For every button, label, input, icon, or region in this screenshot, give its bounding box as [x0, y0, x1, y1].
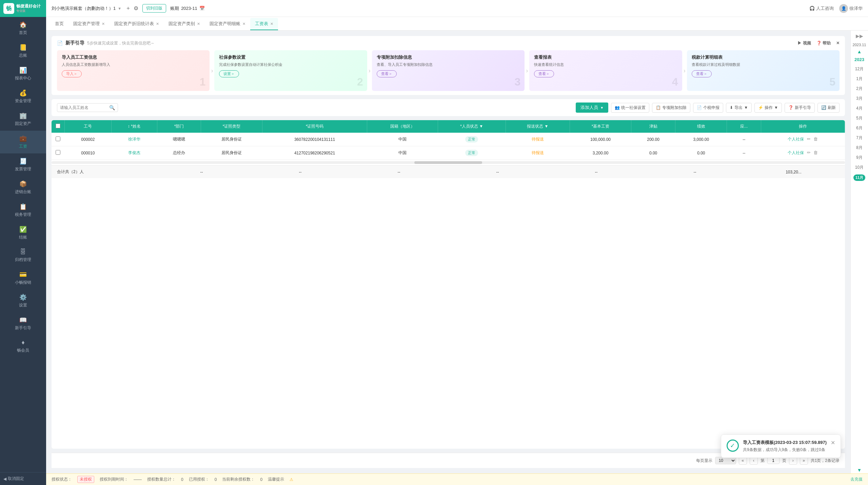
- guide-step-4: 查看报表 快速查看统计信息 查看＞ 4: [529, 50, 682, 91]
- calendar-month-7[interactable]: 7月: [851, 133, 868, 143]
- toolbar-special-deduct-button[interactable]: 📋专项附加扣除: [652, 103, 690, 113]
- tab-close-depreciation[interactable]: ✕: [156, 22, 159, 26]
- row-action-0: 个人社保 ✏ 🗑: [761, 133, 845, 146]
- user-menu[interactable]: 👤 徐泽华: [839, 4, 863, 13]
- calendar-month-8[interactable]: 8月: [851, 143, 868, 153]
- calendar-month-4[interactable]: 4月: [851, 104, 868, 113]
- table-row: 000010 李俊杰 总经办 居民身份证 412702198206290521 …: [52, 146, 845, 160]
- calendar-month-9[interactable]: 9月: [851, 153, 868, 163]
- row-select-1[interactable]: [56, 150, 60, 155]
- calendar-month-2[interactable]: 2月: [851, 84, 868, 94]
- search-wrap[interactable]: 🔍: [57, 103, 118, 112]
- row-name-link-0[interactable]: 徐泽华: [128, 137, 140, 142]
- switch-version-button[interactable]: 切到旧版: [142, 4, 166, 13]
- step-4-btn[interactable]: 查看＞: [534, 70, 554, 77]
- tab-label-depreciation: 固定资产折旧统计表: [114, 21, 154, 27]
- tab-category[interactable]: 固定资产类别✕: [164, 18, 205, 30]
- tab-home[interactable]: 首页: [50, 18, 68, 30]
- guide-close-button[interactable]: ✕: [836, 41, 840, 45]
- expense-nav-label: 小畅报销: [15, 280, 31, 285]
- sidebar-item-payroll[interactable]: 💼工资: [0, 131, 46, 153]
- period-selector[interactable]: 账期 2023-11 📅: [170, 5, 205, 12]
- tab-close-payroll[interactable]: ✕: [270, 22, 273, 26]
- row-delete-icon-1[interactable]: 🗑: [813, 150, 818, 155]
- calendar-month-0[interactable]: 12月: [851, 64, 868, 74]
- tab-close-detail[interactable]: ✕: [242, 22, 245, 26]
- horizontal-scrollbar[interactable]: [52, 161, 845, 164]
- page-size-select[interactable]: 10 20 50: [715, 457, 736, 464]
- step-5-btn[interactable]: 查看＞: [692, 70, 712, 77]
- close-nav-label: 结账: [19, 235, 27, 240]
- add-person-button[interactable]: 添加人员 ▼: [576, 102, 608, 113]
- calendar-month-1[interactable]: 1月: [851, 74, 868, 84]
- video-link[interactable]: ▶ 视频: [797, 40, 811, 46]
- row-select-0[interactable]: [56, 136, 60, 141]
- step-2-num: 2: [357, 76, 363, 88]
- calendar-month-10[interactable]: 10月: [851, 163, 868, 172]
- sidebar-item-close[interactable]: ✅结账: [0, 222, 46, 244]
- step-1-btn[interactable]: 导入＞: [62, 70, 82, 77]
- topbar: 刘小艳演示账套（勿删勿动！）1 ▼ ＋ ⚙ 切到旧版 账期 2023-11 📅 …: [46, 0, 868, 17]
- home-nav-icon: 🏠: [19, 21, 27, 29]
- calendar-month-6[interactable]: 6月: [851, 123, 868, 133]
- tab-close-category[interactable]: ✕: [197, 22, 200, 26]
- toolbar-refresh-button[interactable]: 🔄刷新: [817, 103, 840, 113]
- add-account-icon[interactable]: ＋: [125, 5, 131, 12]
- tab-depreciation[interactable]: 固定资产折旧统计表✕: [110, 18, 164, 30]
- tax-report-icon: 📄: [697, 105, 702, 110]
- sidebar-item-tax[interactable]: 📋税务管理: [0, 199, 46, 222]
- sidebar-item-settings[interactable]: ⚙️设置: [0, 290, 46, 312]
- toast-close-button[interactable]: ✕: [831, 440, 835, 446]
- sidebar-item-inventory[interactable]: 📦进销台账: [0, 176, 46, 199]
- sidebar-bottom-label: 取消固定: [8, 476, 24, 482]
- headset-icon: 🎧: [809, 6, 815, 11]
- calendar-month-5[interactable]: 5月: [851, 113, 868, 123]
- sidebar-item-guide[interactable]: 📖新手引导: [0, 312, 46, 335]
- cancel-fixed-button[interactable]: ◀ 取消固定: [0, 472, 46, 485]
- calendar-month-3[interactable]: 3月: [851, 94, 868, 104]
- service-button[interactable]: 🎧 人工咨询: [809, 5, 834, 12]
- tax-nav-icon: 📋: [19, 203, 27, 210]
- toolbar-operation-button[interactable]: ⚡操作▼: [754, 103, 782, 113]
- page-input[interactable]: [767, 457, 780, 464]
- row-social-ins-link-0[interactable]: 个人社保: [788, 137, 804, 142]
- tab-detail[interactable]: 固定资产明细账✕: [205, 18, 250, 30]
- settings-icon[interactable]: ⚙: [134, 5, 138, 12]
- row-name-0: 徐泽华: [111, 133, 157, 146]
- row-edit-icon-1[interactable]: ✏: [807, 150, 811, 155]
- calendar-month-11[interactable]: 11月: [851, 172, 868, 183]
- row-edit-icon-0[interactable]: ✏: [807, 136, 811, 142]
- row-delete-icon-0[interactable]: 🗑: [813, 136, 818, 142]
- calendar-expand-button[interactable]: ▶▶: [853, 31, 866, 41]
- calendar-up-button[interactable]: ▲: [856, 48, 863, 55]
- sidebar-item-finance[interactable]: 💰资金管理: [0, 85, 46, 108]
- help-link[interactable]: ❓ 帮助: [816, 40, 831, 46]
- tax-nav-label: 税务管理: [15, 212, 31, 218]
- sidebar-item-fixed-assets[interactable]: 🏢固定资产: [0, 108, 46, 131]
- sidebar-item-reports[interactable]: 📊报表中心: [0, 62, 46, 85]
- step-3-num: 3: [514, 76, 520, 88]
- row-name-link-1[interactable]: 李俊杰: [128, 150, 140, 155]
- sidebar-item-vip[interactable]: ♦畅会员: [0, 335, 46, 357]
- search-input[interactable]: [60, 105, 107, 110]
- row-social-ins-link-1[interactable]: 个人社保: [788, 150, 804, 155]
- calendar-down-button[interactable]: ▼: [856, 467, 863, 473]
- step-3-btn[interactable]: 查看＞: [377, 70, 397, 77]
- sidebar-item-expense[interactable]: 💳小畅报销: [0, 267, 46, 290]
- tab-payroll[interactable]: 工资表✕: [250, 18, 278, 30]
- toolbar-export-button[interactable]: ⬇导出▼: [726, 103, 752, 113]
- sidebar-item-invoices[interactable]: 🧾发票管理: [0, 153, 46, 176]
- account-selector[interactable]: 刘小艳演示账套（勿删勿动！）1 ▼: [52, 5, 121, 12]
- sidebar-item-archive[interactable]: 🗄归档管理: [0, 244, 46, 267]
- tab-fixed-assets[interactable]: 固定资产管理✕: [68, 18, 110, 30]
- toolbar-new-guide-button[interactable]: ❓新手引导: [785, 103, 815, 113]
- step-2-btn[interactable]: 设置＞: [219, 70, 239, 77]
- select-all-checkbox[interactable]: [56, 124, 60, 128]
- recharge-link[interactable]: 去充值: [850, 477, 863, 482]
- scrollbar-thumb[interactable]: [414, 161, 482, 164]
- toolbar-tax-report-button[interactable]: 📄个税申报: [693, 103, 723, 113]
- toolbar-social-ins-button[interactable]: 👥统一社保设置: [611, 103, 649, 113]
- sidebar-item-home[interactable]: 🏠首页: [0, 17, 46, 40]
- sidebar-item-ledger[interactable]: 📒总账: [0, 40, 46, 62]
- tab-close-fixed-assets[interactable]: ✕: [102, 22, 105, 26]
